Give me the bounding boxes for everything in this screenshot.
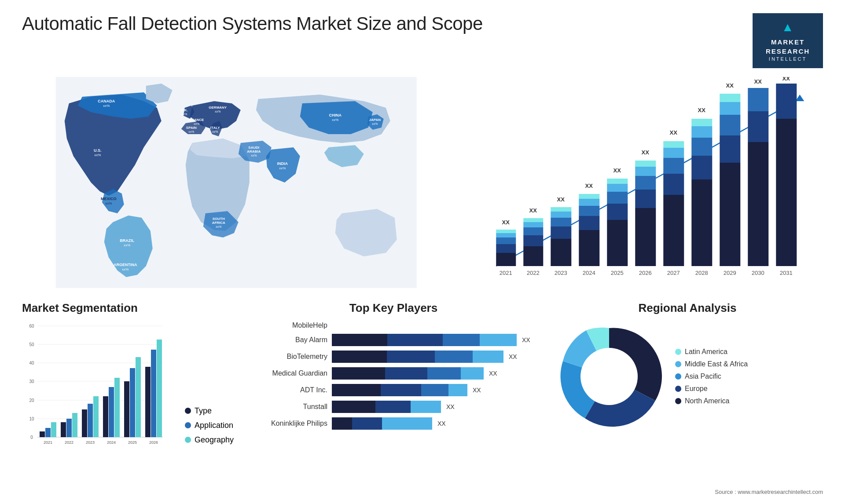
svg-rect-57 — [579, 216, 599, 230]
svg-rect-136 — [114, 378, 120, 437]
svg-rect-77 — [663, 195, 684, 266]
reg-legend-asia-pacific: Asia Pacific — [675, 373, 748, 380]
svg-text:xx%: xx% — [216, 225, 221, 228]
regional-legend: Latin America Middle East & Africa Asia … — [675, 348, 748, 405]
svg-rect-128 — [72, 413, 77, 437]
market-segmentation: Market Segmentation 60 50 40 30 20 10 0 — [22, 301, 235, 445]
player-value-philips: XX — [437, 420, 446, 427]
svg-rect-95 — [720, 94, 740, 102]
player-name-bayalarm: Bay Alarm — [248, 336, 327, 344]
growth-chart-svg: XX 2021 XX 2022 XX 2023 — [473, 77, 823, 288]
svg-text:xx%: xx% — [188, 130, 194, 133]
svg-rect-140 — [136, 357, 141, 437]
player-value-tunstall: XX — [446, 403, 455, 410]
seg-legend: Type Application Geography — [185, 406, 234, 445]
reg-legend-europe: Europe — [675, 385, 748, 393]
donut-chart-svg — [552, 319, 666, 434]
svg-text:10: 10 — [29, 416, 34, 421]
label-asia-pacific: Asia Pacific — [685, 373, 721, 380]
dot-asia-pacific — [675, 373, 681, 380]
svg-text:INDIA: INDIA — [277, 161, 288, 166]
label-latin-america: Latin America — [685, 348, 727, 356]
regional-analysis: Regional Analysis — [552, 301, 823, 445]
svg-text:SOUTH: SOUTH — [213, 217, 225, 221]
svg-text:50: 50 — [29, 342, 34, 347]
svg-rect-66 — [607, 184, 628, 192]
svg-text:XX: XX — [726, 82, 734, 89]
label-middle-east: Middle East & Africa — [685, 360, 748, 368]
svg-rect-72 — [635, 176, 656, 190]
svg-text:AFRICA: AFRICA — [212, 221, 225, 225]
svg-text:xx%: xx% — [124, 243, 130, 247]
player-bar-biotelemetry: XX — [332, 351, 539, 363]
svg-rect-67 — [607, 179, 628, 184]
svg-rect-122 — [40, 431, 45, 437]
svg-rect-138 — [124, 381, 129, 437]
page-title: Automatic Fall Detection Systems Market … — [22, 13, 483, 34]
svg-rect-70 — [635, 208, 656, 266]
svg-text:2026: 2026 — [639, 270, 651, 276]
svg-point-146 — [580, 348, 638, 405]
svg-rect-46 — [523, 218, 543, 222]
player-name-mobilehelp: MobileHelp — [248, 321, 327, 329]
svg-rect-142 — [145, 367, 151, 437]
svg-text:2024: 2024 — [107, 440, 116, 445]
svg-rect-143 — [151, 350, 156, 437]
bottom-section: Market Segmentation 60 50 40 30 20 10 0 — [22, 301, 823, 445]
svg-text:XX: XX — [698, 107, 705, 113]
svg-text:XX: XX — [585, 183, 593, 189]
svg-text:xx%: xx% — [215, 110, 220, 113]
svg-rect-65 — [607, 192, 628, 204]
dot-north-america — [675, 398, 681, 404]
logo-line3: INTELLECT — [769, 56, 807, 62]
svg-rect-130 — [82, 409, 87, 437]
player-bar-philips: XX — [332, 417, 539, 430]
dot-middle-east — [675, 361, 681, 367]
svg-text:2021: 2021 — [44, 440, 52, 445]
svg-text:ARGENTINA: ARGENTINA — [114, 263, 137, 267]
legend-application: Application — [185, 421, 234, 430]
world-map-svg: CANADA xx% U.S. xx% MEXICO xx% BRAZIL xx… — [22, 77, 451, 288]
svg-rect-49 — [551, 239, 571, 266]
svg-rect-58 — [579, 206, 599, 216]
svg-text:xx%: xx% — [251, 154, 257, 157]
svg-rect-63 — [607, 220, 628, 266]
seg-chart-svg: 60 50 40 30 20 10 0 — [22, 321, 172, 445]
svg-rect-81 — [663, 141, 684, 148]
key-players-title: Top Key Players — [248, 301, 539, 315]
player-row-medguardian: Medical Guardian XX — [248, 367, 539, 380]
world-map-container: CANADA xx% U.S. xx% MEXICO xx% BRAZIL xx… — [22, 77, 451, 288]
svg-rect-36 — [496, 244, 516, 253]
bar-visual-biotelemetry — [332, 351, 503, 363]
player-name-biotelemetry: BioTelemetry — [248, 353, 327, 361]
svg-text:xx%: xx% — [94, 153, 101, 157]
regional-content: Latin America Middle East & Africa Asia … — [552, 319, 823, 434]
svg-text:20: 20 — [29, 398, 34, 403]
player-name-tunstall: Tunstall — [248, 403, 327, 411]
legend-type: Type — [185, 406, 234, 416]
svg-rect-78 — [663, 174, 684, 195]
donut-chart-container — [552, 319, 666, 434]
svg-text:30: 30 — [29, 379, 34, 384]
svg-text:XX: XX — [502, 219, 510, 226]
svg-rect-45 — [523, 222, 543, 227]
dot-latin-america — [675, 349, 681, 355]
legend-dot-application — [185, 422, 191, 428]
svg-rect-127 — [66, 419, 72, 437]
svg-text:2031: 2031 — [779, 270, 792, 276]
svg-text:xx%: xx% — [105, 201, 112, 205]
logo: ▲ MARKET RESEARCH INTELLECT — [753, 13, 823, 68]
page-container: Automatic Fall Detection Systems Market … — [0, 0, 845, 504]
svg-text:2021: 2021 — [499, 270, 512, 276]
svg-rect-98 — [748, 142, 768, 266]
svg-text:2025: 2025 — [610, 270, 623, 276]
svg-text:2022: 2022 — [65, 440, 73, 445]
svg-text:0: 0 — [30, 435, 33, 440]
player-name-medguardian: Medical Guardian — [248, 369, 327, 377]
reg-legend-north-america: North America — [675, 397, 748, 405]
svg-text:XX: XX — [529, 207, 537, 214]
growth-bar-chart: XX 2021 XX 2022 XX 2023 — [468, 77, 823, 288]
svg-text:FRANCE: FRANCE — [189, 118, 204, 122]
svg-rect-84 — [691, 179, 712, 266]
svg-text:BRAZIL: BRAZIL — [120, 238, 134, 243]
